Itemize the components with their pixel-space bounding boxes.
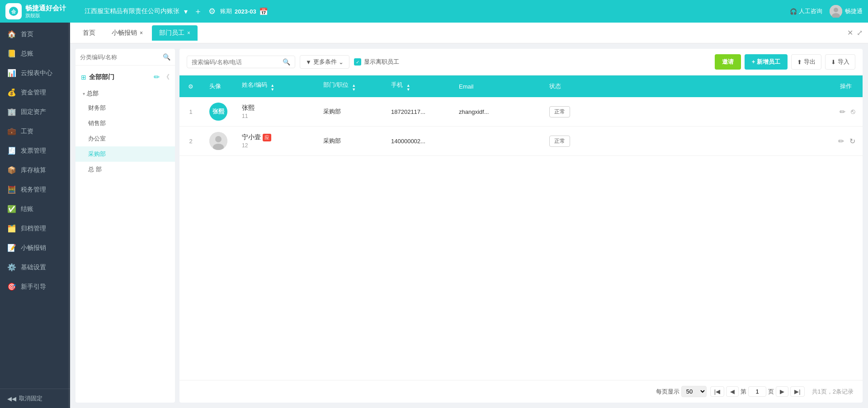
dept-item-finance[interactable]: 财务部 xyxy=(75,100,175,116)
export-btn[interactable]: ⬆ 导出 xyxy=(791,54,821,70)
phone-sort-icon: ▲▼ xyxy=(406,84,410,92)
sidebar-item-settings[interactable]: ⚙️ 基础设置 xyxy=(0,258,70,277)
add-company-btn[interactable]: ＋ xyxy=(194,6,202,17)
th-phone[interactable]: 手机 ▲▼ xyxy=(384,75,452,97)
sidebar-item-finance[interactable]: 💰 资金管理 xyxy=(0,83,70,102)
company-settings-btn[interactable]: ⚙ xyxy=(208,6,216,16)
dept-group-title-hq[interactable]: ▾ 总部 xyxy=(75,87,175,100)
sidebar-item-inventory[interactable]: 📦 库存核算 xyxy=(0,160,70,180)
company-area: 江西服宝精品有限责任公司内账张 ▾ ＋ ⚙ 账期 2023-03 📅 xyxy=(75,6,790,17)
dept-search-input[interactable] xyxy=(80,54,160,61)
dept-group-hq: ▾ 总部 财务部 销售部 办公室 采购部 总 部 xyxy=(75,85,175,179)
chevron-down-icon: ⌄ xyxy=(339,59,344,66)
sidebar-item-expense[interactable]: 📝 小畅报销 xyxy=(0,238,70,258)
row-phone-cell: 140000002... xyxy=(384,127,452,156)
employee-search-input[interactable] xyxy=(192,59,280,66)
sidebar-item-label: 结账 xyxy=(21,205,33,213)
filter-btn[interactable]: ▼ 更多条件 ⌄ xyxy=(300,55,349,69)
sidebar-item-tax[interactable]: 🧮 税务管理 xyxy=(0,180,70,199)
sidebar-item-invoice[interactable]: 🧾 发票管理 xyxy=(0,141,70,160)
dept-item-office[interactable]: 办公室 xyxy=(75,131,175,146)
dept-grid-icon: ⊞ xyxy=(81,74,86,81)
service-btn[interactable]: 🎧 人工咨询 xyxy=(790,7,822,15)
sidebar-item-label: 首页 xyxy=(21,30,33,38)
logo-sub: 旗舰版 xyxy=(25,12,66,19)
sidebar-item-label: 总账 xyxy=(21,50,33,58)
pin-icon: ◀◀ xyxy=(7,395,16,402)
sidebar-item-label: 发票管理 xyxy=(21,147,46,155)
calendar-icon[interactable]: 📅 xyxy=(259,7,268,16)
search-icon[interactable]: 🔍 xyxy=(283,58,290,66)
th-dept[interactable]: 部门/职位 ▲▼ xyxy=(316,75,384,97)
tax-icon: 🧮 xyxy=(7,185,16,194)
show-resigned-area: ✓ 显示离职员工 xyxy=(354,58,399,66)
cancel-pin-btn[interactable]: ◀◀ 取消固定 xyxy=(0,389,70,408)
sidebar-item-close-account[interactable]: ✅ 结账 xyxy=(0,199,70,219)
sidebar-item-fixed-assets[interactable]: 🏢 固定资产 xyxy=(0,102,70,122)
employee-name: 张熙 xyxy=(242,104,309,112)
user-name: 畅捷通 xyxy=(845,7,863,15)
company-dropdown-btn[interactable]: ▾ xyxy=(184,7,188,16)
tab-close-btn[interactable]: ✕ xyxy=(847,28,853,37)
status-badge: 正常 xyxy=(549,106,570,117)
row-name-cell: 宁小壹应12 xyxy=(235,127,316,156)
page-last-btn[interactable]: ▶| xyxy=(790,386,804,397)
dept-item-purchasing[interactable]: 采购部 xyxy=(75,146,175,162)
dept-search-icon[interactable]: 🔍 xyxy=(163,53,170,61)
dept-all-header[interactable]: ⊞ 全部部门 ✏ 《 xyxy=(75,69,175,85)
reset-icon[interactable]: ↻ xyxy=(849,137,855,145)
row-dept-cell: 采购部 xyxy=(316,127,384,156)
tab-department[interactable]: 部门员工 × xyxy=(152,25,198,41)
sidebar-item-home[interactable]: 🏠 首页 xyxy=(0,24,70,44)
company-name: 江西服宝精品有限责任公司内账张 xyxy=(85,7,179,15)
toolbar: 🔍 ▼ 更多条件 ⌄ ✓ 显示离职员工 邀请 + 新增员工 xyxy=(179,49,863,75)
dept-item-sales[interactable]: 销售部 xyxy=(75,116,175,131)
tab-home-label: 首页 xyxy=(83,29,95,37)
tab-home[interactable]: 首页 xyxy=(75,25,103,41)
page-next-btn[interactable]: ▶ xyxy=(776,386,788,397)
dept-group-label: 总部 xyxy=(87,89,99,98)
tab-expand-btn[interactable]: ⤢ xyxy=(857,28,863,37)
row-num: 1 xyxy=(179,97,202,127)
sidebar-item-salary[interactable]: 💼 工资 xyxy=(0,122,70,141)
th-settings[interactable]: ⚙ xyxy=(179,75,202,97)
logo-text: 畅捷通好会计 xyxy=(25,4,66,12)
logout-icon[interactable]: ⎋ xyxy=(851,108,855,116)
avatar xyxy=(209,132,227,150)
import-icon: ⬇ xyxy=(831,59,836,66)
period-area: 账期 2023-03 📅 xyxy=(220,7,268,16)
th-status: 状态 xyxy=(542,75,596,97)
add-employee-btn[interactable]: + 新增员工 xyxy=(745,54,788,70)
import-btn[interactable]: ⬇ 导入 xyxy=(825,54,855,70)
dept-edit-icon[interactable]: ✏ xyxy=(154,73,160,81)
tab-department-close[interactable]: × xyxy=(187,30,190,36)
edit-icon[interactable]: ✏ xyxy=(840,108,845,116)
sidebar-item-cloud-report[interactable]: 📊 云报表中心 xyxy=(0,63,70,83)
page-prev-btn[interactable]: ◀ xyxy=(726,386,739,397)
dept-collapse-btn[interactable]: 《 xyxy=(163,73,170,81)
salary-icon: 💼 xyxy=(7,127,16,136)
row-status-cell: 正常 xyxy=(542,127,596,156)
invite-btn[interactable]: 邀请 xyxy=(715,54,741,70)
page-size-select[interactable]: 20 50 100 xyxy=(681,386,707,397)
cancel-pin-label: 取消固定 xyxy=(19,394,42,403)
sidebar-item-archive[interactable]: 🗂️ 归档管理 xyxy=(0,219,70,238)
dept-item-general[interactable]: 总 部 xyxy=(75,162,175,177)
filter-label: 更多条件 xyxy=(313,58,337,66)
page-size-area: 每页显示 20 50 100 xyxy=(656,386,707,397)
sidebar-item-ledger[interactable]: 📒 总账 xyxy=(0,44,70,63)
employee-code: 12 xyxy=(242,142,309,149)
sidebar-item-label: 新手引导 xyxy=(21,283,46,291)
sidebar-item-label: 归档管理 xyxy=(21,225,46,233)
export-label: 导出 xyxy=(804,58,816,66)
show-resigned-checkbox[interactable]: ✓ xyxy=(354,58,361,66)
action-icons: ✏⎋ xyxy=(604,108,855,116)
th-name[interactable]: 姓名/编码 ▲▼ xyxy=(235,75,316,97)
edit-icon[interactable]: ✏ xyxy=(838,137,844,145)
page-first-btn[interactable]: |◀ xyxy=(710,386,724,397)
sidebar-item-guide[interactable]: 🎯 新手引导 xyxy=(0,277,70,296)
page-input[interactable] xyxy=(748,386,766,397)
dept-panel: 🔍 ⊞ 全部部门 ✏ 《 xyxy=(75,49,175,403)
tab-expense[interactable]: 小畅报销 × xyxy=(104,25,150,41)
tab-expense-close[interactable]: × xyxy=(140,30,143,36)
